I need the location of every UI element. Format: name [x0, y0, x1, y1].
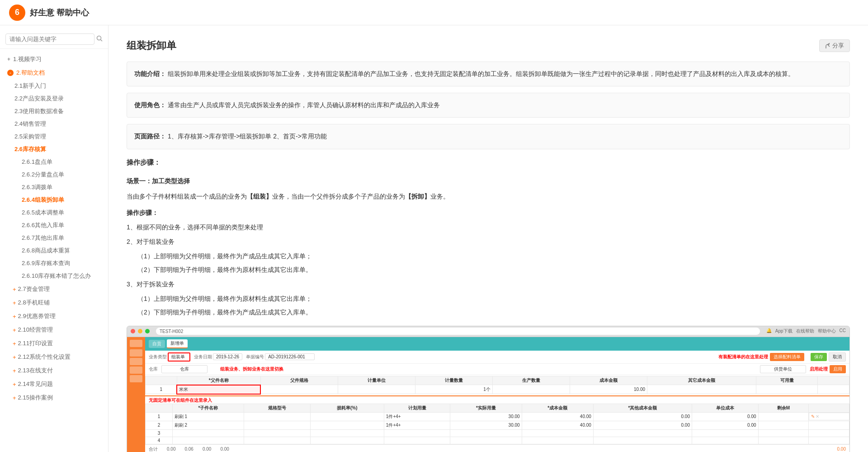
maximize-window-icon	[145, 329, 150, 333]
type-selector[interactable]: 组装单	[168, 352, 190, 362]
sub-table-row-3: 3	[146, 429, 849, 437]
step1: 1、根据不同的业务，选择不同单据的类型来处理	[127, 221, 850, 233]
nav-sub-print[interactable]: + 2.11打印设置	[0, 337, 108, 350]
nav-sub-install[interactable]: 2.2产品安装及登录	[0, 92, 108, 105]
action-btns: 保存 取消	[811, 352, 846, 362]
parent-table-row: 1 米米 1个 10.00	[146, 385, 849, 394]
nav-sub2-other-out[interactable]: 2.6.7其他出库单	[0, 232, 108, 244]
nav-sub2-cost-adjust[interactable]: 2.6.5成本调整单	[0, 206, 108, 219]
header: 6 好生意 帮助中心	[0, 0, 868, 25]
type-field: 业务类型 组装单	[149, 352, 190, 362]
warehouse-input[interactable]: 仓库	[161, 365, 208, 373]
nav-sub2-adjust[interactable]: 2.6.3调拨单	[0, 181, 108, 194]
annotation3-text: 启用处理	[810, 366, 828, 372]
nav-sub-data[interactable]: 2.3使用前数据准备	[0, 105, 108, 118]
nav-sub2-split[interactable]: 2.6.2分量盘点单	[0, 168, 108, 181]
svg-line-1	[101, 40, 103, 42]
search-button[interactable]	[96, 35, 103, 43]
page-title-bar: 组装拆卸单 分享	[127, 39, 850, 52]
tab-list: 自贡	[149, 340, 165, 348]
nav-sub-faq[interactable]: + 2.14常见问题	[0, 377, 108, 391]
intro-block: 功能介绍： 组装拆卸单用来处理企业组装或拆卸等加工业务，支持有固定装配清单的产品…	[127, 62, 850, 86]
steps-title: 操作步骤：	[127, 206, 850, 219]
layout: + 1.视频学习 - 2.帮助文档 2.1新手入门 2.2产品安装及登录 2.3…	[0, 25, 868, 452]
save-button[interactable]: 保存	[811, 353, 827, 361]
app-sidebar	[127, 337, 145, 452]
annotation4-area: 无固定清单可在组件在这里录入	[145, 397, 849, 404]
app-sidebar-icon2	[130, 349, 142, 357]
nav-sub2-other-in[interactable]: 2.6.6其他入库单	[0, 219, 108, 232]
stock-input[interactable]: 供货单位	[760, 365, 806, 373]
nav-sub-coupon[interactable]: + 2.9优惠券管理	[0, 309, 108, 323]
nav-sub-operation[interactable]: + 2.10经营管理	[0, 323, 108, 337]
app-tab-bar: 自贡 新增单	[145, 337, 849, 351]
screenshot: TEST-H002 🔔 App下载 在线帮助 帮助中心 CC	[127, 326, 850, 452]
step3: 3、对于拆装业务	[127, 278, 850, 290]
nav-sub2-stock-err[interactable]: 2.6.10库存账本错了怎么办	[0, 270, 108, 282]
nav-sub-cases[interactable]: + 2.15操作案例	[0, 391, 108, 404]
enable-button[interactable]: 启用	[830, 365, 846, 373]
step2-sub1: （1）上部明细为父件明细，最终作为产成品生成其它入库单；	[137, 250, 850, 262]
date-field: 业务日期 2019-12-26	[194, 353, 242, 360]
operations-section: 操作步骤： 场景一：加工类型选择 当由多个子件材料组装成一个成品的业务为【组装】…	[127, 156, 850, 319]
nav-sub2-assembly[interactable]: 2.6.4组装拆卸单	[0, 194, 108, 206]
sub-table: *子件名称 规格型号 损耗率(%) 计划用量 *实际用量 *成本金额 *其他成本…	[145, 404, 849, 444]
nav-sub-purchase[interactable]: 2.5采购管理	[0, 130, 108, 143]
nav-sub2-check[interactable]: 2.6.1盘点单	[0, 156, 108, 168]
step2: 2、对于组装业务	[127, 235, 850, 248]
nav-sub-inventory[interactable]: 2.6库存核算	[0, 143, 108, 156]
share-icon	[825, 43, 830, 48]
app-main: 自贡 新增单 业务类型 组装单	[145, 337, 849, 452]
close-window-icon	[131, 329, 135, 333]
annotation4-text: 无固定清单可在组件在这里录入	[145, 398, 212, 403]
row-edit-icon[interactable]: ✎	[811, 414, 815, 419]
nav-item-docs[interactable]: - 2.帮助文档	[0, 66, 108, 80]
path-block: 页面路径： 1、库存核算->库存管理->组装拆卸单 2、首页->常用功能	[127, 124, 850, 149]
nav-sub-sales[interactable]: 2.4销售管理	[0, 118, 108, 130]
form-second-row: 仓库 仓库 组装业务、拆卸业务在这里切换 供货单位 启用处理	[145, 364, 849, 375]
code-field: 单据编号 AD-20191226-001	[246, 353, 315, 360]
disassemble-label: 【拆卸】	[405, 193, 430, 200]
sidebar: + 1.视频学习 - 2.帮助文档 2.1新手入门 2.2产品安装及登录 2.3…	[0, 25, 108, 452]
annotation3-area: 供货单位	[760, 365, 806, 373]
share-button[interactable]: 分享	[819, 39, 850, 52]
row-delete-icon[interactable]: ✕	[816, 414, 819, 419]
footer-row: 合计 0.00 0.06 0.00 0.00 0.00	[145, 444, 849, 452]
assemble-label: 【组装】	[247, 193, 272, 200]
nav-sub-online-pay[interactable]: + 2.13在线支付	[0, 364, 108, 377]
nav-sub2-stock-query[interactable]: 2.6.9库存账本查询	[0, 257, 108, 270]
annotation2-text: 组装业务、拆卸业务在这里切换	[220, 366, 283, 371]
annotation2-area: 组装业务、拆卸业务在这里切换	[220, 366, 283, 372]
sub-table-row-4: 4	[146, 437, 849, 444]
parent-table: *父件名称 父件规格 计量单位 计量数量 生产数量 成本金额 其它成本金额 可用…	[145, 376, 849, 395]
main-content: 组装拆卸单 分享 功能介绍： 组装拆卸单用来处理企业组装或拆卸等加工业务，支持有…	[108, 25, 868, 452]
tab-new[interactable]: 新增单	[167, 339, 188, 348]
step3-sub2: （2）下部明细为子件明细，最终作为产成品生成其它入库单。	[137, 306, 850, 319]
plus-icon: +	[7, 56, 10, 62]
search-box	[0, 30, 108, 49]
operations-title: 操作步骤：	[127, 156, 850, 169]
nav-item-video[interactable]: + 1.视频学习	[0, 52, 108, 66]
config-btn[interactable]: 选择配料清单	[770, 353, 804, 361]
nav-sub-new[interactable]: 2.1新手入门	[0, 80, 108, 92]
header-title: 好生意 帮助中心	[30, 7, 89, 18]
app-sidebar-icon1	[130, 340, 142, 347]
nav-sub-finance[interactable]: + 2.7资金管理	[0, 282, 108, 296]
section-divider	[145, 395, 849, 396]
tables-area: *父件名称 父件规格 计量单位 计量数量 生产数量 成本金额 其它成本金额 可用…	[145, 375, 849, 452]
svg-point-0	[97, 36, 101, 40]
nav-sub-personalize[interactable]: + 2.12系统个性化设置	[0, 350, 108, 364]
search-input[interactable]	[5, 33, 94, 45]
app-sidebar-icon5	[130, 375, 142, 382]
nav-sub2-cost-calc[interactable]: 2.6.8商品成本重算	[0, 244, 108, 257]
role-block: 使用角色： 通常由生产人员或库管人员完成拆装业务的操作，库管人员确认原材料的出库…	[127, 93, 850, 118]
url-bar: TEST-H002	[160, 329, 183, 334]
cancel-button[interactable]: 取消	[829, 352, 846, 362]
page-title: 组装拆卸单	[127, 39, 176, 52]
nav-sub-mobile[interactable]: + 2.8手机旺铺	[0, 296, 108, 309]
app-sidebar-icon3	[130, 358, 142, 365]
code-input[interactable]: AD-20191226-001	[265, 353, 315, 360]
annotation3-btn-area: 启用处理 启用	[810, 365, 846, 373]
form-header-row: 业务类型 组装单 业务日期 2019-12-26	[145, 351, 849, 364]
date-input[interactable]: 2019-12-26	[213, 353, 242, 360]
